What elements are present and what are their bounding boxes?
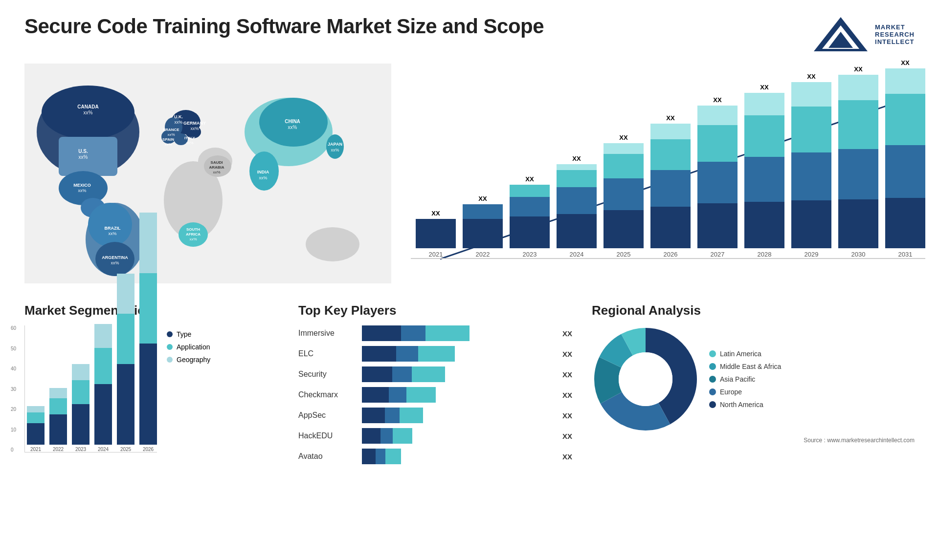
logo-area: MARKET RESEARCH INTELLECT (811, 15, 915, 54)
svg-text:JAPAN: JAPAN (328, 142, 342, 147)
type-color-dot (167, 331, 173, 337)
content-bottom: Market Segmentation 60 50 40 30 20 10 0 (24, 303, 915, 489)
player-appsec: AppSec XX (298, 408, 572, 423)
bar-2021: XX 2021 (416, 210, 456, 258)
player-checkmarx: Checkmarx XX (298, 387, 572, 403)
player-immersive: Immersive XX (298, 325, 572, 341)
bar-2024: XX 2024 (557, 155, 597, 258)
europe-dot (709, 388, 716, 395)
svg-text:xx%: xx% (167, 132, 175, 137)
legend-north-america: North America (709, 401, 781, 409)
segmentation-legend: Type Application Geography (167, 330, 210, 364)
source-text: Source : www.marketresearchintellect.com (592, 437, 915, 444)
page-container: Secure Code Training Software Market Siz… (0, 0, 939, 560)
geography-color-dot (167, 357, 173, 363)
svg-text:xx%: xx% (189, 237, 197, 241)
legend-geography: Geography (167, 356, 210, 364)
bar-2022: XX 2022 (463, 195, 503, 258)
svg-text:xx%: xx% (288, 125, 297, 130)
players-list: Immersive XX ELC XX (298, 325, 572, 464)
seg-bar-2025: 2025 (117, 274, 134, 452)
svg-text:ITALY: ITALY (184, 136, 195, 140)
donut-svg (592, 325, 699, 433)
latin-america-dot (709, 350, 716, 357)
segmentation-chart-area: 60 50 40 30 20 10 0 (24, 325, 279, 452)
segmentation-section: Market Segmentation 60 50 40 30 20 10 0 (24, 303, 279, 489)
bar-2031: XX 2031 (885, 59, 925, 258)
svg-text:xx%: xx% (78, 188, 86, 193)
seg-bar-2023: 2023 (72, 364, 89, 452)
svg-text:MEXICO: MEXICO (73, 183, 91, 188)
svg-point-10 (88, 203, 132, 247)
legend-europe: Europe (709, 388, 781, 396)
svg-text:xx%: xx% (190, 126, 199, 131)
logo-text: MARKET RESEARCH INTELLECT (875, 23, 915, 45)
legend-asia-pacific: Asia Pacific (709, 375, 781, 383)
players-title: Top Key Players (298, 303, 572, 318)
bar-2028: XX 2028 (744, 84, 784, 258)
svg-text:SOUTH: SOUTH (186, 227, 200, 232)
middle-east-africa-dot (709, 363, 716, 370)
donut-chart (592, 325, 699, 433)
bar-2029: XX 2029 (791, 73, 831, 258)
svg-text:xx%: xx% (331, 148, 339, 152)
svg-text:SAUDI: SAUDI (211, 160, 223, 165)
svg-point-25 (306, 227, 359, 261)
seg-bars-inner: 2021 2022 (24, 325, 157, 452)
svg-text:xx%: xx% (186, 141, 193, 145)
svg-text:xx%: xx% (108, 231, 116, 236)
chart-section: XX 2021 XX 2022 X (411, 64, 925, 293)
svg-point-24 (326, 134, 344, 159)
player-security: Security XX (298, 366, 572, 382)
svg-text:U.S.: U.S. (78, 149, 88, 154)
bar-2025: XX 2025 (604, 134, 644, 258)
svg-text:INDIA: INDIA (257, 170, 269, 174)
svg-text:ARABIA: ARABIA (209, 165, 224, 170)
legend-type: Type (167, 330, 210, 338)
svg-text:xx%: xx% (174, 120, 182, 125)
svg-text:U.K.: U.K. (174, 114, 183, 119)
logo-icon (811, 15, 870, 54)
legend-application: Application (167, 343, 210, 351)
player-avatao: Avatao XX (298, 449, 572, 464)
svg-text:ARGENTINA: ARGENTINA (102, 255, 128, 260)
map-section: CANADA xx% U.S. xx% MEXICO xx% BRAZIL xx… (24, 64, 391, 293)
asia-pacific-dot (709, 376, 716, 383)
svg-text:xx%: xx% (84, 110, 93, 115)
seg-bar-2022: 2022 (49, 388, 67, 452)
svg-text:SPAIN: SPAIN (162, 137, 174, 142)
seg-bar-2024: 2024 (94, 324, 112, 452)
svg-text:FRANCE: FRANCE (163, 128, 179, 132)
regional-legend: Latin America Middle East & Africa Asia … (709, 350, 781, 409)
svg-rect-6 (59, 137, 117, 176)
player-elc: ELC XX (298, 346, 572, 362)
player-hackedu: HackEDU XX (298, 428, 572, 444)
legend-latin-america: Latin America (709, 350, 781, 358)
seg-bar-2026: 2026 (139, 213, 157, 452)
svg-text:BRAZIL: BRAZIL (105, 226, 121, 231)
svg-text:xx%: xx% (164, 142, 172, 147)
svg-point-65 (619, 352, 672, 406)
bar-2030: XX 2030 (838, 65, 878, 258)
svg-text:xx%: xx% (259, 175, 267, 180)
page-title: Secure Code Training Software Market Siz… (24, 15, 544, 38)
segmentation-bars: 60 50 40 30 20 10 0 (24, 325, 157, 452)
legend-middle-east-africa: Middle East & Africa (709, 363, 781, 370)
players-section: Top Key Players Immersive XX ELC (298, 303, 572, 489)
bar-2026: XX 2026 (650, 114, 691, 258)
svg-text:AFRICA: AFRICA (186, 232, 201, 237)
bar-chart-bars: XX 2021 XX 2022 X (411, 78, 925, 259)
bar-2027: XX 2027 (697, 96, 738, 258)
world-map-svg: CANADA xx% U.S. xx% MEXICO xx% BRAZIL xx… (24, 64, 391, 283)
svg-text:xx%: xx% (111, 260, 119, 265)
regional-section: Regional Analysis (592, 303, 915, 489)
regional-title: Regional Analysis (592, 303, 915, 318)
application-color-dot (167, 344, 173, 350)
svg-text:xx%: xx% (213, 170, 220, 174)
header: Secure Code Training Software Market Siz… (24, 15, 915, 54)
content-top: CANADA xx% U.S. xx% MEXICO xx% BRAZIL xx… (24, 64, 915, 293)
regional-content: Latin America Middle East & Africa Asia … (592, 325, 915, 433)
north-america-dot (709, 401, 716, 408)
svg-text:CANADA: CANADA (77, 104, 98, 109)
svg-text:xx%: xx% (79, 154, 88, 160)
